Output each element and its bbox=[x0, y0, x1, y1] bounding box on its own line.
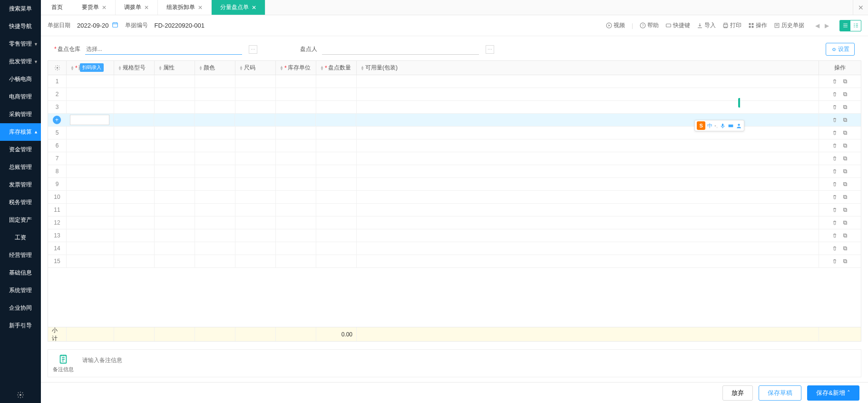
help-link[interactable]: ?帮助 bbox=[640, 21, 659, 29]
cell[interactable] bbox=[357, 152, 819, 165]
cell[interactable] bbox=[316, 255, 357, 267]
sidebar-item[interactable]: 小畅电商 bbox=[0, 70, 41, 88]
cell[interactable] bbox=[276, 242, 316, 255]
table-row[interactable]: 9 bbox=[48, 178, 861, 191]
cell[interactable] bbox=[154, 114, 195, 126]
cell[interactable] bbox=[155, 216, 195, 229]
cell[interactable] bbox=[195, 242, 235, 255]
trash-icon[interactable] bbox=[832, 220, 838, 226]
cell[interactable] bbox=[235, 75, 276, 88]
counter-input[interactable] bbox=[322, 44, 479, 55]
view-grid[interactable] bbox=[850, 20, 861, 31]
cell[interactable] bbox=[316, 229, 357, 242]
cell[interactable] bbox=[195, 101, 235, 113]
cell[interactable] bbox=[67, 127, 114, 139]
cell[interactable] bbox=[195, 255, 235, 267]
cell[interactable] bbox=[276, 139, 316, 152]
copy-icon[interactable] bbox=[842, 130, 848, 136]
cell[interactable] bbox=[195, 127, 235, 139]
video-link[interactable]: 视频 bbox=[606, 21, 625, 29]
cell[interactable] bbox=[195, 191, 235, 203]
keyboard-icon[interactable] bbox=[728, 123, 734, 129]
warehouse-more-icon[interactable]: ⋯ bbox=[249, 45, 257, 54]
cell[interactable] bbox=[114, 88, 155, 100]
table-row[interactable]: 6 bbox=[48, 139, 861, 152]
cell[interactable] bbox=[155, 255, 195, 267]
cell[interactable] bbox=[276, 127, 316, 139]
trash-icon[interactable] bbox=[832, 194, 838, 200]
th-spec[interactable]: ▲▼规格型号 bbox=[114, 61, 155, 75]
copy-icon[interactable] bbox=[842, 143, 848, 148]
copy-icon[interactable] bbox=[842, 194, 848, 200]
doc-date-value[interactable]: 2022-09-20 bbox=[77, 22, 109, 29]
cell[interactable] bbox=[357, 229, 819, 242]
sidebar-item[interactable]: 固定资产 bbox=[0, 211, 41, 229]
trash-icon[interactable] bbox=[832, 181, 838, 187]
cell[interactable] bbox=[235, 255, 276, 267]
scan-badge[interactable]: 扫码录入 bbox=[80, 63, 104, 72]
cell[interactable] bbox=[114, 242, 155, 255]
cell[interactable] bbox=[356, 114, 819, 126]
trash-icon[interactable] bbox=[832, 156, 838, 161]
view-list[interactable] bbox=[840, 20, 850, 31]
cell[interactable] bbox=[66, 114, 114, 126]
cell[interactable] bbox=[276, 178, 316, 190]
cell[interactable] bbox=[67, 139, 114, 152]
cell[interactable] bbox=[357, 75, 819, 88]
cell[interactable] bbox=[155, 75, 195, 88]
trash-icon[interactable] bbox=[832, 207, 838, 213]
cell[interactable] bbox=[195, 114, 235, 126]
copy-icon[interactable] bbox=[842, 156, 848, 161]
ime-widget[interactable]: S 中 •, bbox=[694, 120, 744, 131]
person-icon[interactable] bbox=[736, 123, 742, 129]
cell[interactable] bbox=[155, 127, 195, 139]
cell[interactable] bbox=[357, 204, 819, 216]
sidebar-item[interactable]: 零售管理▼ bbox=[0, 35, 41, 53]
copy-icon[interactable] bbox=[842, 220, 848, 226]
cell[interactable] bbox=[67, 101, 114, 113]
print-link[interactable]: 打印 bbox=[722, 21, 741, 29]
trash-icon[interactable] bbox=[832, 258, 838, 264]
sidebar-item[interactable]: 系统管理 bbox=[0, 282, 41, 299]
cell[interactable] bbox=[114, 216, 155, 229]
table-row[interactable]: 10 bbox=[48, 191, 861, 204]
cell[interactable] bbox=[67, 88, 114, 100]
nav-next[interactable]: ▶ bbox=[822, 20, 831, 31]
cell[interactable] bbox=[195, 152, 235, 165]
cell[interactable] bbox=[114, 191, 155, 203]
cell[interactable] bbox=[316, 88, 357, 100]
cell[interactable] bbox=[276, 88, 316, 100]
cell[interactable] bbox=[67, 152, 114, 165]
sidebar-item[interactable]: 库存核算▼ bbox=[0, 123, 41, 141]
cell[interactable] bbox=[235, 216, 276, 229]
edge-handle[interactable] bbox=[738, 98, 740, 108]
tab[interactable]: 组装拆卸单✕ bbox=[158, 0, 212, 15]
table-row[interactable]: 12 bbox=[48, 216, 861, 229]
trash-icon[interactable] bbox=[832, 246, 838, 251]
cell[interactable] bbox=[357, 255, 819, 267]
cell[interactable] bbox=[357, 165, 819, 177]
cell[interactable] bbox=[67, 229, 114, 242]
cell[interactable] bbox=[67, 178, 114, 190]
cell[interactable] bbox=[155, 242, 195, 255]
cell[interactable] bbox=[67, 216, 114, 229]
copy-icon[interactable] bbox=[842, 104, 848, 110]
trash-icon[interactable] bbox=[832, 117, 838, 123]
cell[interactable] bbox=[235, 127, 276, 139]
sidebar-settings[interactable] bbox=[0, 387, 41, 403]
cell[interactable] bbox=[357, 127, 819, 139]
warehouse-input[interactable] bbox=[85, 44, 242, 55]
cell[interactable] bbox=[195, 229, 235, 242]
cell[interactable] bbox=[67, 75, 114, 88]
cell[interactable] bbox=[114, 127, 155, 139]
operate-link[interactable]: 操作 bbox=[748, 21, 767, 29]
nav-prev[interactable]: ◀ bbox=[813, 20, 821, 31]
import-link[interactable]: 导入 bbox=[697, 21, 716, 29]
sidebar-item[interactable]: 批发管理▼ bbox=[0, 53, 41, 70]
ime-lang[interactable]: 中 bbox=[707, 122, 712, 129]
copy-icon[interactable] bbox=[842, 79, 848, 84]
trash-icon[interactable] bbox=[832, 130, 838, 136]
cell[interactable] bbox=[275, 114, 316, 126]
table-row[interactable]: 15 bbox=[48, 255, 861, 268]
cell[interactable] bbox=[316, 114, 356, 126]
